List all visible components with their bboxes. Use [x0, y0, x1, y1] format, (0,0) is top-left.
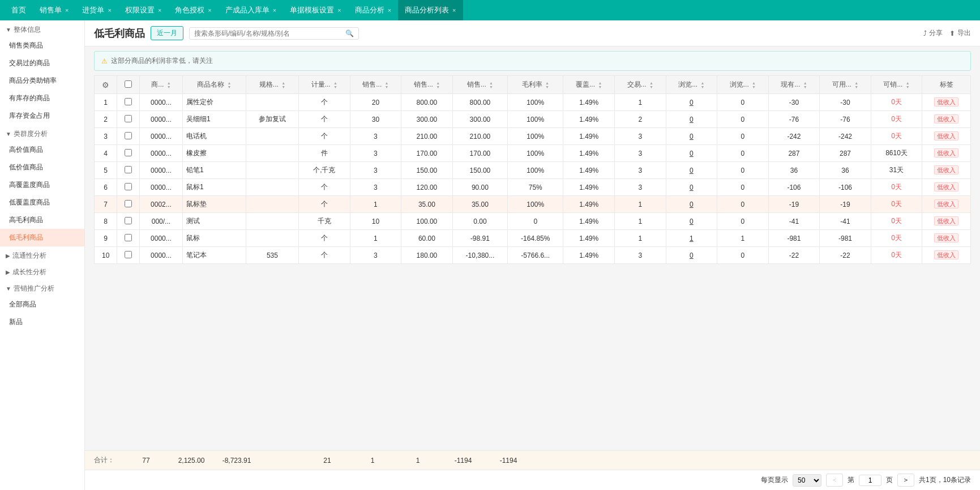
group-arrow-icon: ▼ — [6, 27, 11, 33]
row-current: -41 — [768, 213, 820, 230]
row-num: 8 — [95, 213, 117, 230]
sidebar-item-库存资金占用[interactable]: 库存资金占用 — [0, 107, 84, 125]
per-page-select[interactable]: 102050100 — [793, 474, 821, 487]
sidebar-item-交易过的商品[interactable]: 交易过的商品 — [0, 54, 84, 72]
page-input[interactable] — [859, 475, 881, 486]
row-browse2: 0 — [717, 145, 769, 162]
footer-available: -1194 — [486, 457, 531, 465]
row-sales-price: 35.00 — [401, 196, 453, 213]
sidebar-group-类群度分析[interactable]: ▼ 类群度分析 — [0, 125, 84, 141]
nav-item-销售单[interactable]: 销售单× — [33, 0, 75, 20]
sidebar-group-营销推广分析[interactable]: ▼ 营销推广分析 — [0, 279, 84, 296]
row-checkbox[interactable] — [117, 162, 140, 179]
next-page-button[interactable]: ＞ — [897, 474, 914, 487]
nav-close-icon[interactable]: × — [108, 7, 111, 14]
sidebar-item-高毛利商品[interactable]: 高毛利商品 — [0, 211, 84, 229]
footer-label: 合计： — [94, 455, 114, 465]
sidebar-item-全部商品[interactable]: 全部商品 — [0, 296, 84, 313]
row-unit: 个 — [299, 196, 350, 213]
sidebar-item-高覆盖度商品[interactable]: 高覆盖度商品 — [0, 176, 84, 194]
sidebar-item-低覆盖度商品[interactable]: 低覆盖度商品 — [0, 194, 84, 211]
sidebar-item-低毛利商品[interactable]: 低毛利商品 — [0, 229, 84, 246]
row-gross-rate: 100% — [508, 196, 563, 213]
nav-close-icon[interactable]: × — [208, 7, 211, 14]
export-button[interactable]: ⬆ 导出 — [949, 28, 971, 38]
tag-badge: 低收入 — [934, 250, 958, 259]
nav-item-首页[interactable]: 首页 — [5, 0, 33, 20]
search-icon[interactable]: 🔍 — [345, 29, 354, 37]
nav-item-进货单[interactable]: 进货单× — [75, 0, 118, 20]
row-select-checkbox[interactable] — [125, 200, 132, 207]
row-checkbox[interactable] — [117, 145, 140, 162]
col-settings[interactable]: ⚙ — [95, 76, 117, 94]
sidebar-group-流通性分析[interactable]: ▶ 流通性分析 — [0, 246, 84, 263]
nav-item-产成品入库单[interactable]: 产成品入库单× — [219, 0, 283, 20]
row-sales-qty: 10 — [350, 213, 401, 230]
row-code: 0000... — [139, 179, 182, 196]
sidebar-item-低价值商品[interactable]: 低价值商品 — [0, 159, 84, 176]
row-select-checkbox[interactable] — [125, 234, 132, 241]
row-checkbox[interactable] — [117, 128, 140, 145]
row-select-checkbox[interactable] — [125, 149, 132, 156]
settings-icon[interactable]: ⚙ — [102, 80, 109, 90]
nav-item-商品分析列表[interactable]: 商品分析列表× — [398, 0, 463, 20]
row-browse2: 0 — [717, 196, 769, 213]
nav-item-单据模板设置[interactable]: 单据模板设置× — [283, 0, 348, 20]
sidebar-item-高价值商品[interactable]: 高价值商品 — [0, 141, 84, 159]
col-checkbox[interactable] — [117, 76, 140, 94]
nav-close-icon[interactable]: × — [158, 7, 161, 14]
search-input[interactable] — [194, 29, 345, 37]
row-select-checkbox[interactable] — [125, 217, 132, 224]
row-checkbox[interactable] — [117, 111, 140, 128]
col-trade: 交易... ▲▼ — [614, 76, 666, 94]
table-container[interactable]: ⚙ 商... ▲▼ 商品名称 ▲▼ 规格... ▲▼ 计量... ▲▼ 销售..… — [85, 75, 980, 450]
row-checkbox[interactable] — [117, 94, 140, 111]
nav-close-icon[interactable]: × — [65, 7, 69, 14]
nav-close-icon[interactable]: × — [337, 7, 341, 14]
row-sales-amount: 150.00 — [452, 162, 507, 179]
nav-item-商品分析[interactable]: 商品分析× — [348, 0, 398, 20]
select-all-checkbox[interactable] — [125, 80, 132, 88]
sidebar-item-新品[interactable]: 新品 — [0, 313, 84, 331]
filter-button[interactable]: 近一月 — [151, 26, 183, 40]
row-name: 鼠标 — [182, 230, 246, 247]
sidebar-item-有库存的商品[interactable]: 有库存的商品 — [0, 90, 84, 107]
row-select-checkbox[interactable] — [125, 166, 132, 173]
row-sellable: 0天 — [871, 179, 922, 196]
row-select-checkbox[interactable] — [125, 98, 132, 105]
row-select-checkbox[interactable] — [125, 115, 132, 122]
sidebar-group-整体信息[interactable]: ▼ 整体信息 — [0, 20, 84, 37]
footer-trade: 21 — [305, 457, 350, 465]
share-button[interactable]: ⤴ 分享 — [923, 28, 943, 38]
row-available: -41 — [820, 213, 871, 230]
main-layout: ▼ 整体信息销售类商品交易过的商品商品分类助销率有库存的商品库存资金占用▼ 类群… — [0, 20, 980, 490]
row-browse2: 0 — [717, 247, 769, 264]
sidebar-item-销售类商品[interactable]: 销售类商品 — [0, 37, 84, 54]
row-checkbox[interactable] — [117, 213, 140, 230]
nav-item-权限设置[interactable]: 权限设置× — [118, 0, 168, 20]
row-code: 0000... — [139, 230, 182, 247]
row-coverage: 1.49% — [563, 179, 615, 196]
row-checkbox[interactable] — [117, 247, 140, 264]
row-select-checkbox[interactable] — [125, 251, 132, 258]
row-name: 橡皮擦 — [182, 145, 246, 162]
table-row: 5 0000... 铅笔1 个,千克 3 150.00 150.00 100% … — [95, 162, 971, 179]
sidebar-group-成长性分析[interactable]: ▶ 成长性分析 — [0, 263, 84, 279]
nav-item-角色授权[interactable]: 角色授权× — [168, 0, 218, 20]
row-select-checkbox[interactable] — [125, 183, 132, 190]
row-spec: 535 — [246, 247, 298, 264]
nav-close-icon[interactable]: × — [273, 7, 276, 14]
row-select-checkbox[interactable] — [125, 132, 132, 139]
table-row: 6 0000... 鼠标1 个 3 120.00 90.00 75% 1.49%… — [95, 179, 971, 196]
prev-page-button[interactable]: ＜ — [826, 474, 843, 487]
nav-close-icon[interactable]: × — [452, 7, 456, 14]
notice-bar: ⚠ 这部分商品的利润非常低，请关注 — [94, 51, 971, 71]
export-icon: ⬆ — [949, 29, 955, 37]
nav-close-icon[interactable]: × — [388, 7, 391, 14]
tag-badge: 低收入 — [934, 216, 958, 225]
tag-badge: 低收入 — [934, 148, 958, 157]
row-checkbox[interactable] — [117, 196, 140, 213]
sidebar-item-商品分类助销率[interactable]: 商品分类助销率 — [0, 72, 84, 90]
row-checkbox[interactable] — [117, 230, 140, 247]
row-checkbox[interactable] — [117, 179, 140, 196]
